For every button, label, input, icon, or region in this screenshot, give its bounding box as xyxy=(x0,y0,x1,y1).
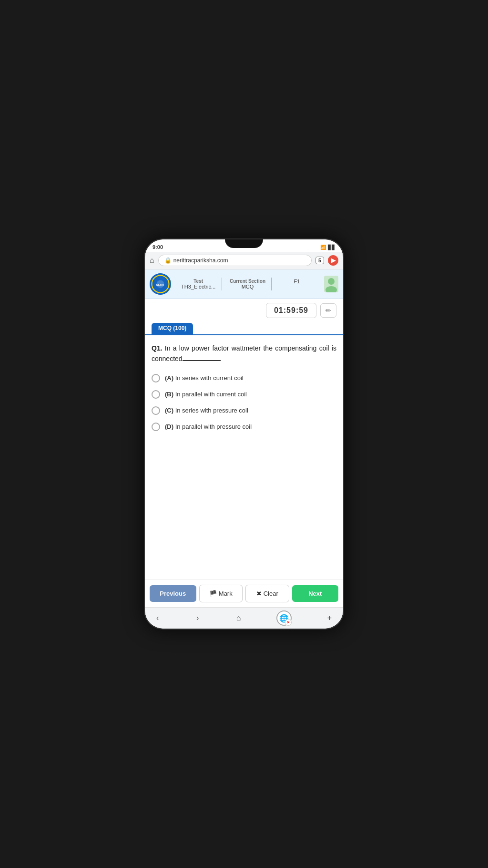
header-test-section: Test TH3_Electric... Current Section MCQ… xyxy=(175,278,320,290)
extra-value: F1 xyxy=(277,279,316,284)
radio-a[interactable] xyxy=(152,374,160,382)
battery-icon: ▊▊ xyxy=(328,245,336,250)
status-time: 9:00 xyxy=(152,244,163,250)
option-d-text: (D) In parallel with pressure coil xyxy=(165,423,252,430)
question-body: In a low power factor wattmeter the comp… xyxy=(152,344,336,362)
option-d[interactable]: (D) In parallel with pressure coil xyxy=(152,423,336,431)
user-avatar xyxy=(324,276,338,292)
option-b[interactable]: (B) In parallel with current coil xyxy=(152,390,336,399)
mark-icon: 🏴 xyxy=(209,590,217,597)
option-a[interactable]: (A) In series with current coil xyxy=(152,374,336,382)
browser-home-button[interactable]: ⌂ xyxy=(234,612,243,624)
clear-icon: ✖ xyxy=(256,590,262,597)
browser-menu-button[interactable]: ▶ xyxy=(328,255,338,266)
question-text: Q1. In a low power factor wattmeter the … xyxy=(152,343,336,364)
mcq-tab[interactable]: MCQ (100) xyxy=(152,323,193,334)
browser-back-button[interactable]: ‹ xyxy=(154,612,161,624)
phone-device: 9:00 📶 ▊▊ ⌂ 🔒 nerittracpariksha.com 5 ▶ xyxy=(144,238,344,630)
bottom-nav: Previous 🏴 Mark ✖ Clear Next xyxy=(145,579,343,607)
browser-bar: ⌂ 🔒 nerittracpariksha.com 5 ▶ xyxy=(145,252,343,269)
app-logo: NERIT xyxy=(150,273,171,295)
radio-c[interactable] xyxy=(152,406,160,415)
status-icons: 📶 ▊▊ xyxy=(320,245,336,250)
blank-line xyxy=(183,360,221,361)
logo-svg: NERIT xyxy=(150,273,171,295)
next-button[interactable]: Next xyxy=(292,585,339,602)
test-label: Test xyxy=(179,279,218,284)
test-value: TH3_Electric... xyxy=(179,284,218,289)
phone-screen: 9:00 📶 ▊▊ ⌂ 🔒 nerittracpariksha.com 5 ▶ xyxy=(145,239,343,629)
settings-button[interactable]: ✏ xyxy=(320,303,336,318)
lock-icon: 🔒 xyxy=(164,257,172,264)
radio-b[interactable] xyxy=(152,390,160,399)
radio-d[interactable] xyxy=(152,423,160,431)
signal-icon: 📶 xyxy=(320,245,326,250)
option-a-text: (A) In series with current coil xyxy=(165,374,244,382)
section-label: Current Section xyxy=(228,279,267,284)
close-reload-icon: ✕ xyxy=(285,619,292,626)
mark-label: Mark xyxy=(219,590,233,597)
app-header: NERIT Test TH3_Electric... Current Secti… xyxy=(145,269,343,299)
timer-row: 01:59:59 ✏ xyxy=(145,299,343,322)
browser-plus-button[interactable]: + xyxy=(325,612,334,624)
browser-forward-button[interactable]: › xyxy=(194,612,201,624)
browser-url-bar[interactable]: 🔒 nerittracpariksha.com xyxy=(158,255,312,266)
menu-icon: ▶ xyxy=(331,257,336,264)
previous-button[interactable]: Previous xyxy=(150,585,196,602)
question-area: Q1. In a low power factor wattmeter the … xyxy=(145,335,343,579)
header-extra-col: F1 xyxy=(274,278,320,290)
browser-bottom-nav: ‹ › ⌂ 🌐 ✕ + xyxy=(145,607,343,629)
option-c-text: (C) In series with pressure coil xyxy=(165,407,248,414)
header-test-col: Test TH3_Electric... xyxy=(175,278,222,290)
clear-button[interactable]: ✖ Clear xyxy=(245,585,289,602)
options-list: (A) In series with current coil (B) In p… xyxy=(152,374,336,431)
section-tab-container: MCQ (100) xyxy=(145,322,343,334)
browser-tab-count[interactable]: 5 xyxy=(315,257,324,264)
header-section-col: Current Section MCQ xyxy=(224,278,271,290)
clear-label: Clear xyxy=(264,590,278,597)
phone-notch xyxy=(225,239,263,248)
browser-home-icon[interactable]: ⌂ xyxy=(150,256,154,265)
section-value: MCQ xyxy=(228,284,267,289)
settings-icon: ✏ xyxy=(325,307,331,314)
url-text: nerittracpariksha.com xyxy=(173,257,228,264)
timer-display: 01:59:59 xyxy=(266,303,316,318)
option-b-text: (B) In parallel with current coil xyxy=(165,391,247,398)
browser-reload-button[interactable]: 🌐 ✕ xyxy=(276,610,292,626)
option-c[interactable]: (C) In series with pressure coil xyxy=(152,406,336,415)
svg-point-5 xyxy=(328,278,335,285)
svg-text:NERIT: NERIT xyxy=(156,283,165,286)
mark-button[interactable]: 🏴 Mark xyxy=(199,585,243,602)
question-number: Q1. xyxy=(152,344,163,352)
